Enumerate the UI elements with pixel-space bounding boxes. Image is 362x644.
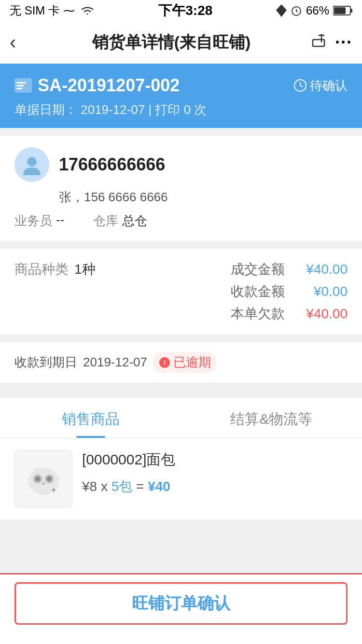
customer-meta: 业务员 -- 仓库 总仓 bbox=[14, 212, 348, 229]
divider-1 bbox=[0, 241, 362, 249]
svg-rect-5 bbox=[334, 7, 346, 14]
equals-sign: = bbox=[132, 479, 148, 494]
sim-status: 无 SIM 卡 ⁓ bbox=[10, 3, 75, 18]
product-total: ¥40 bbox=[148, 479, 170, 494]
tab-settlement[interactable]: 结算&物流等 bbox=[181, 398, 362, 438]
status-left: 无 SIM 卡 ⁓ bbox=[10, 3, 95, 18]
svg-text:!: ! bbox=[164, 359, 166, 366]
status-bar: 无 SIM 卡 ⁓ 下午3:28 66% bbox=[0, 0, 362, 21]
back-button[interactable]: ‹ bbox=[10, 31, 39, 53]
status-right: 66% bbox=[276, 4, 352, 17]
overdue-text: 已逾期 bbox=[173, 354, 211, 371]
svg-rect-9 bbox=[16, 82, 26, 84]
owed-amount-value: ¥40.00 bbox=[294, 306, 348, 322]
tabs-section: 销售商品 结算&物流等 bbox=[0, 398, 362, 519]
product-name: [0000002]面包 bbox=[82, 450, 348, 470]
order-header: SA-20191207-002 待确认 单据日期： 2019-12-07 | 打… bbox=[0, 64, 362, 128]
page-title: 销货单详情(来自旺铺) bbox=[92, 31, 251, 54]
product-price: ¥8 x 5包 = ¥40 bbox=[82, 477, 348, 496]
svg-rect-10 bbox=[16, 85, 24, 86]
unit-price: ¥8 x bbox=[82, 479, 111, 494]
owed-amount-label: 本单欠款 bbox=[231, 305, 285, 323]
due-date-label: 收款到期日 bbox=[14, 354, 77, 371]
clock-icon bbox=[293, 79, 307, 92]
divider-2 bbox=[0, 382, 362, 390]
warning-icon: ! bbox=[159, 357, 170, 368]
current-time: 下午3:28 bbox=[158, 1, 212, 20]
alarm-icon bbox=[291, 5, 302, 16]
location-icon bbox=[276, 4, 287, 17]
overdue-badge: ! 已逾期 bbox=[153, 352, 217, 373]
battery-icon bbox=[333, 5, 352, 16]
svg-point-24 bbox=[47, 477, 51, 481]
amounts-block: 成交金额 ¥40.00 收款金额 ¥0.00 本单欠款 ¥40.00 bbox=[231, 260, 348, 323]
share-icon[interactable] bbox=[312, 34, 325, 51]
order-number: SA-20191207-002 bbox=[38, 75, 180, 96]
svg-rect-7 bbox=[313, 40, 324, 46]
svg-line-14 bbox=[300, 85, 303, 87]
deal-amount-label: 成交金额 bbox=[231, 260, 285, 279]
warehouse-label: 仓库 bbox=[93, 212, 118, 229]
order-id-row: SA-20191207-002 bbox=[14, 75, 180, 96]
bottom-action-bar: 旺铺订单确认 bbox=[0, 573, 362, 644]
product-thumbnail: + bbox=[14, 450, 72, 508]
svg-rect-6 bbox=[351, 9, 352, 13]
warehouse-value: 总仓 bbox=[122, 212, 147, 229]
sales-value: -- bbox=[56, 212, 64, 229]
svg-text:+: + bbox=[51, 485, 56, 495]
svg-point-23 bbox=[36, 477, 40, 481]
product-type-label: 商品种类 bbox=[14, 260, 69, 279]
customer-section: 17666666666 张，156 6666 6666 业务员 -- 仓库 总仓 bbox=[0, 136, 362, 241]
due-date-value: 2019-12-07 bbox=[83, 355, 147, 370]
order-date-row: 单据日期： 2019-12-07 | 打印 0 次 bbox=[14, 101, 348, 118]
battery-level: 66% bbox=[306, 4, 329, 17]
svg-line-3 bbox=[296, 11, 298, 12]
product-item: + [0000002]面包 ¥8 x 5包 = ¥40 bbox=[14, 450, 348, 508]
more-icon[interactable]: ··· bbox=[335, 32, 352, 53]
receipt-amount-value: ¥0.00 bbox=[294, 284, 348, 299]
receipt-amount-label: 收款金额 bbox=[231, 282, 285, 301]
person-icon bbox=[21, 154, 42, 175]
sales-label: 业务员 bbox=[14, 212, 52, 229]
customer-name-phone: 张，156 6666 6666 bbox=[59, 189, 348, 206]
customer-avatar bbox=[14, 147, 49, 182]
tabs-bar: 销售商品 结算&物流等 bbox=[0, 398, 362, 438]
tab-sales-goods[interactable]: 销售商品 bbox=[0, 398, 181, 438]
nav-actions: ··· bbox=[304, 32, 352, 53]
due-date-section: 收款到期日 2019-12-07 ! 已逾期 bbox=[0, 342, 362, 382]
order-status: 待确认 bbox=[293, 77, 348, 94]
product-info: [0000002]面包 ¥8 x 5包 = ¥40 bbox=[82, 450, 348, 508]
product-type-value: 1种 bbox=[74, 260, 96, 279]
svg-rect-11 bbox=[16, 88, 22, 89]
confirm-order-button[interactable]: 旺铺订单确认 bbox=[14, 582, 348, 625]
product-section: + [0000002]面包 ¥8 x 5包 = ¥40 bbox=[0, 438, 362, 519]
wifi-icon bbox=[80, 5, 95, 16]
status-text: 待确认 bbox=[310, 77, 348, 94]
svg-marker-0 bbox=[276, 4, 287, 17]
svg-point-15 bbox=[27, 157, 37, 167]
order-type-icon bbox=[14, 78, 32, 93]
owl-logo-icon: + bbox=[24, 462, 63, 496]
nav-bar: ‹ 销货单详情(来自旺铺) ··· bbox=[0, 21, 362, 64]
customer-phone[interactable]: 17666666666 bbox=[59, 154, 165, 175]
summary-section: 商品种类 1种 成交金额 ¥40.00 收款金额 ¥0.00 本单欠款 ¥40.… bbox=[0, 249, 362, 335]
deal-amount-value: ¥40.00 bbox=[294, 262, 348, 277]
product-qty: 5包 bbox=[111, 479, 133, 494]
